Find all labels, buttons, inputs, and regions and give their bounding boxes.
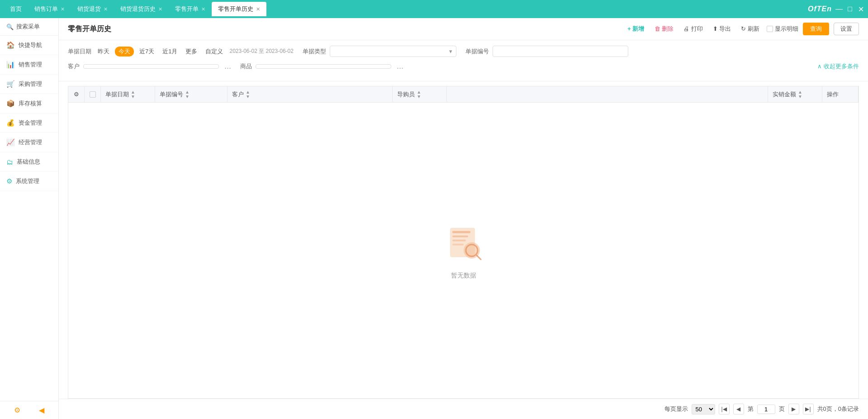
amount-sort-icon[interactable]: ▲▼ xyxy=(798,90,802,99)
th-amount[interactable]: 实销金额 ▲▼ xyxy=(768,86,822,102)
sidebar-item-inventory-label: 库存核算 xyxy=(19,99,42,108)
export-button[interactable]: ⬆ 导出 xyxy=(710,24,734,34)
sidebar-search-label: 搜索采单 xyxy=(16,23,40,31)
toolbar: + 新增 🗑 删除 🖨 打印 ⬆ 导出 ↻ 刷新 显示明细 查询 设置 xyxy=(625,23,859,35)
top-bar: 首页 销售订单 ✕ 销货退货 ✕ 销货退货历史 ✕ 零售开单 ✕ 零售开单历史 … xyxy=(0,0,868,18)
th-customer[interactable]: 客户 ▲▼ xyxy=(228,86,393,102)
display-detail-checkbox[interactable]: 显示明细 xyxy=(767,25,798,33)
goods-select[interactable] xyxy=(256,64,391,69)
sidebar-item-operations-label: 经营管理 xyxy=(19,138,42,146)
page-end-label: 页 xyxy=(779,405,785,413)
pagination: 每页显示 50 100 200 |◀ ◀ 第 1 页 ▶ ▶| 共0页，0条记录 xyxy=(59,399,868,419)
th-date[interactable]: 单据日期 ▲▼ xyxy=(101,86,155,102)
date-opt-more[interactable]: 更多 xyxy=(183,47,200,56)
prev-page-button[interactable]: ◀ xyxy=(733,404,744,414)
sidebar-item-inventory[interactable]: 📦 库存核算 xyxy=(0,94,58,113)
filter-date: 单据日期 昨天 今天 近7天 近1月 更多 自定义 2023-06-02 至 2… xyxy=(68,47,294,56)
per-page-label: 每页显示 xyxy=(664,405,688,413)
operations-icon: 📈 xyxy=(6,138,15,146)
refresh-button[interactable]: ↻ 刷新 xyxy=(738,24,762,34)
add-button[interactable]: + 新增 xyxy=(625,24,647,34)
th-num[interactable]: 单据编号 ▲▼ xyxy=(155,86,228,102)
th-spacer xyxy=(447,86,768,102)
sidebar-item-finance[interactable]: 💰 资金管理 xyxy=(0,113,58,133)
type-select[interactable]: ▾ xyxy=(330,46,456,57)
minimize-button[interactable]: — xyxy=(835,5,843,13)
sidebar-item-purchase-label: 采购管理 xyxy=(19,80,42,88)
num-input[interactable] xyxy=(493,46,628,57)
date-range: 2023-06-02 至 2023-06-02 xyxy=(229,47,293,55)
sidebar-search[interactable]: 🔍 搜索采单 xyxy=(0,18,58,36)
date-sort-icon[interactable]: ▲▼ xyxy=(131,90,135,99)
goods-more-icon[interactable]: ... xyxy=(397,61,403,71)
tab-returns-close[interactable]: ✕ xyxy=(104,6,108,12)
sidebar-item-system[interactable]: ⚙ 系统管理 xyxy=(0,172,58,191)
sidebar-item-basic-info-label: 基础信息 xyxy=(17,158,40,166)
sidebar-item-basic-info[interactable]: 🗂 基础信息 xyxy=(0,152,58,172)
tab-sales-order-close[interactable]: ✕ xyxy=(61,6,65,12)
th-guide[interactable]: 导购员 ▲▼ xyxy=(393,86,447,102)
tab-retail-history-close[interactable]: ✕ xyxy=(256,6,260,12)
table-body: 暂无数据 xyxy=(68,102,859,399)
delete-button[interactable]: 🗑 删除 xyxy=(652,24,677,34)
date-label: 单据日期 xyxy=(68,47,91,56)
sidebar-item-sales[interactable]: 📊 销售管理 xyxy=(0,55,58,75)
date-opt-custom[interactable]: 自定义 xyxy=(203,47,226,56)
tab-retail-history-label: 零售开单历史 xyxy=(218,5,253,13)
type-label: 单据类型 xyxy=(303,47,326,56)
page-title: 零售开单历史 xyxy=(68,24,111,34)
tab-home[interactable]: 首页 xyxy=(4,2,28,16)
collapse-sidebar-icon[interactable]: ◀ xyxy=(39,406,44,414)
date-opt-today[interactable]: 今天 xyxy=(115,47,134,56)
select-all-checkbox[interactable] xyxy=(90,91,96,98)
tab-sales-order[interactable]: 销售订单 ✕ xyxy=(28,2,71,16)
sidebar-item-system-label: 系统管理 xyxy=(16,177,39,185)
settings-bottom-icon[interactable]: ⚙ xyxy=(14,406,20,414)
system-icon: ⚙ xyxy=(6,177,12,185)
sidebar-item-quick-nav[interactable]: 🏠 快捷导航 xyxy=(0,36,58,55)
tab-returns-history[interactable]: 销货退货历史 ✕ xyxy=(114,2,169,16)
date-opt-yesterday[interactable]: 昨天 xyxy=(95,47,112,56)
tab-home-label: 首页 xyxy=(10,5,22,13)
customer-select[interactable] xyxy=(83,64,219,69)
tab-returns[interactable]: 销货退货 ✕ xyxy=(71,2,114,16)
last-page-button[interactable]: ▶| xyxy=(803,404,814,414)
sidebar-item-operations[interactable]: 📈 经营管理 xyxy=(0,133,58,152)
next-page-button[interactable]: ▶ xyxy=(788,404,799,414)
num-sort-icon[interactable]: ▲▼ xyxy=(185,90,190,99)
customer-sort-icon[interactable]: ▲▼ xyxy=(246,90,250,99)
customer-more-icon[interactable]: ... xyxy=(224,61,231,71)
query-button[interactable]: 查询 xyxy=(803,23,829,35)
per-page-select[interactable]: 50 100 200 xyxy=(692,404,715,414)
tab-returns-label: 销货退货 xyxy=(77,5,101,13)
page-input[interactable]: 1 xyxy=(757,405,775,414)
tab-returns-history-close[interactable]: ✕ xyxy=(158,6,162,12)
display-checkbox-icon xyxy=(767,26,773,32)
close-window-button[interactable]: ✕ xyxy=(857,5,864,13)
total-label: 共0页，0条记录 xyxy=(817,405,859,413)
tab-retail-order[interactable]: 零售开单 ✕ xyxy=(169,2,212,16)
th-checkbox[interactable] xyxy=(85,86,101,102)
sidebar-item-purchase[interactable]: 🛒 采购管理 xyxy=(0,75,58,94)
settings-button[interactable]: 设置 xyxy=(834,23,859,35)
filter-type: 单据类型 ▾ xyxy=(303,46,456,57)
tab-retail-order-close[interactable]: ✕ xyxy=(201,6,205,12)
purchase-icon: 🛒 xyxy=(6,80,15,88)
date-opt-7days[interactable]: 近7天 xyxy=(137,47,157,56)
date-opt-1month[interactable]: 近1月 xyxy=(160,47,180,56)
tab-retail-history[interactable]: 零售开单历史 ✕ xyxy=(212,2,266,16)
collapse-button[interactable]: ∧ 收起更多条件 xyxy=(817,62,859,71)
print-button[interactable]: 🖨 打印 xyxy=(681,24,706,34)
svg-rect-1 xyxy=(452,231,470,233)
tab-retail-order-label: 零售开单 xyxy=(175,5,199,13)
first-page-button[interactable]: |◀ xyxy=(719,404,730,414)
type-select-arrow: ▾ xyxy=(449,48,452,55)
guide-sort-icon[interactable]: ▲▼ xyxy=(417,90,421,99)
table-area: ⚙ 单据日期 ▲▼ 单据编号 ▲▼ 客户 ▲▼ 导购员 xyxy=(59,81,868,399)
tab-returns-history-label: 销货退货历史 xyxy=(120,5,156,13)
th-action-label: 操作 xyxy=(827,90,839,99)
th-settings[interactable]: ⚙ xyxy=(68,86,85,102)
brand-logo: OfTEn xyxy=(808,5,832,13)
search-icon: 🔍 xyxy=(6,24,14,30)
maximize-button[interactable]: □ xyxy=(846,5,854,13)
